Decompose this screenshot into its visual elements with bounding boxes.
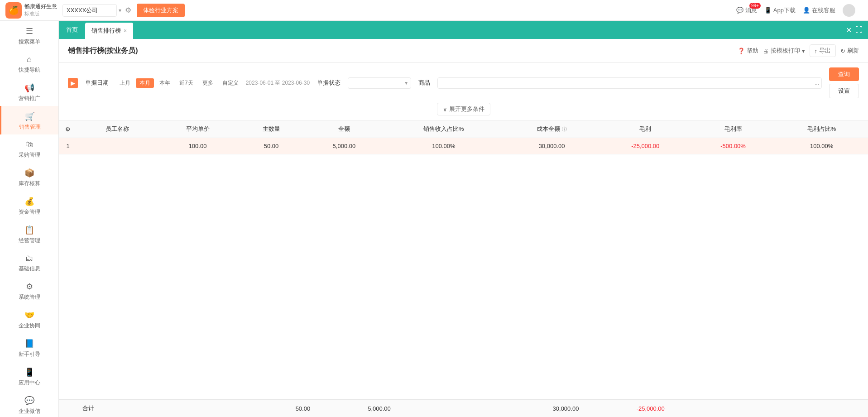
window-maximize-button[interactable]: ⛶ [855,26,863,34]
refresh-icon: ↻ [840,48,845,54]
col-settings[interactable]: ⚙ [59,120,77,138]
date-tab-this-year[interactable]: 本年 [156,78,174,88]
filter-action-buttons: 查询 设置 [829,67,859,98]
cell-amount: 5,000.00 [305,138,384,154]
funds-icon: 💰 [24,197,34,206]
sidebar-item-funds[interactable]: 💰 资金管理 [0,191,58,220]
date-tab-this-month[interactable]: 本月 [136,78,154,88]
sidebar-label-operations: 经营管理 [19,237,40,244]
date-tab-last-month[interactable]: 上月 [116,78,134,88]
app-name: 畅康通好生意 [24,3,57,10]
app-icon: 📱 [764,7,772,14]
tab-home[interactable]: 首页 [59,21,85,39]
cell-cost: 30,000.00 [504,138,600,154]
date-range-display: 2023-06-01 至 2023-06-30 [246,79,310,87]
goods-input-wrapper: ... [437,77,822,89]
sidebar-item-search[interactable]: ☰ 搜索菜单 [0,21,58,49]
sidebar-item-apps[interactable]: 📱 应用中心 [0,362,58,390]
date-tab-more[interactable]: 更多 [199,78,217,88]
search-menu-icon: ☰ [26,26,33,36]
company-name: XXXXX公司 [62,4,117,17]
date-label: 单据日期 [85,79,109,87]
sales-icon: 🛒 [25,111,35,121]
top-bar: 🍊 畅康通好生意 标准版 XXXXX公司 ▾ ⚙ 体验行业方案 💬 消息 99+… [0,0,868,21]
app-subtitle: 标准版 [24,10,57,17]
message-icon: 💬 [736,7,743,14]
tab-label-sales-ranking: 销售排行榜 [91,27,121,35]
sidebar-label-marketing: 营销推广 [19,95,40,102]
settings-icon[interactable]: ⚙ [125,6,131,14]
export-icon: ↑ [815,48,818,54]
service-icon: 👤 [803,7,810,14]
sidebar-label-wechat: 企业微信 [19,407,40,415]
refresh-button[interactable]: ↻ 刷新 [840,47,859,55]
online-service-button[interactable]: 👤 在线客服 [803,6,835,14]
sidebar-item-guide[interactable]: 📘 新手引导 [0,333,58,362]
cell-name [77,138,158,154]
status-select[interactable] [348,77,411,89]
filter-settings-button[interactable]: 设置 [829,84,859,98]
expand-button[interactable]: ∨ 展开更多条件 [437,103,490,115]
col-amount: 全额 [305,120,384,138]
sidebar-item-inventory[interactable]: 📦 库存核算 [0,163,58,191]
status-select-wrapper [348,77,411,89]
table-header-row: ⚙ 员工名称 平均单价 主数量 全额 销售收入占比% 成本全额 ⓘ 毛利 毛利率 [59,120,868,138]
sidebar-label-inventory: 库存核算 [19,180,40,187]
sidebar-label-funds: 资金管理 [19,208,40,216]
goods-more-icon[interactable]: ... [815,80,819,86]
avatar[interactable] [843,4,855,17]
expand-label: 展开更多条件 [449,105,484,113]
app-label: App下载 [773,6,796,14]
company-selector[interactable]: XXXXX公司 ▾ [62,4,121,17]
col-gross: 毛利 [600,120,691,138]
date-tabs: 上月 本月 本年 近7天 更多 自定义 2023-06-01 至 2023-06… [116,78,310,88]
industry-button[interactable]: 体验行业方案 [137,4,185,17]
export-label: 导出 [819,47,831,55]
sidebar-item-marketing[interactable]: 📢 营销推广 [0,77,58,106]
print-button[interactable]: 🖨 按模板打印 ▾ [763,47,805,55]
sidebar-label-shortcut: 快捷导航 [19,66,40,74]
cell-sales-pct: 100.00% [384,138,504,154]
filter-toggle-button[interactable]: ▶ [68,78,78,88]
purchase-icon: 🛍 [25,140,34,149]
sidebar-label-system: 系统管理 [19,293,40,301]
date-tab-7days[interactable]: 近7天 [176,78,197,88]
cell-gross-pct: 100.00% [775,138,868,154]
footer-empty-settings [64,404,82,412]
date-tab-custom[interactable]: 自定义 [219,78,242,88]
page-content: 销售排行榜(按业务员) ❓ 帮助 🖨 按模板打印 ▾ ↑ [59,39,868,417]
window-close-button[interactable]: ✕ [846,26,852,34]
expand-row: ∨ 展开更多条件 [68,100,859,115]
goods-label: 商品 [418,79,430,87]
home-icon: ⌂ [27,55,32,64]
help-icon: ❓ [738,48,745,54]
sidebar-item-wechat[interactable]: 💬 企业微信 [0,390,58,417]
sidebar-item-sales[interactable]: 🛒 销售管理 [0,106,58,134]
sidebar-item-shortcut[interactable]: ⌂ 快捷导航 [0,49,58,77]
tab-close-icon[interactable]: × [124,28,127,34]
sidebar-label-guide: 新手引导 [19,350,40,358]
enterprise-icon: 🤝 [24,310,34,320]
col-sales-pct: 销售收入占比% [384,120,504,138]
message-button[interactable]: 💬 消息 99+ [736,6,757,14]
sidebar: ☰ 搜索菜单 ⌂ 快捷导航 📢 营销推广 🛒 销售管理 🛍 采购管理 📦 库 [0,21,59,417]
footer-table: 合计 50.00 5,000.00 30,000.00 -25,000.00 [64,404,863,412]
apps-icon: 📱 [24,367,34,377]
sidebar-item-system[interactable]: ⚙ 系统管理 [0,276,58,305]
sidebar-item-purchase[interactable]: 🛍 采购管理 [0,134,58,163]
tab-sales-ranking[interactable]: 销售排行榜 × [85,23,133,39]
guide-icon: 📘 [24,339,34,349]
col-avg-price: 平均单价 [158,120,238,138]
help-button[interactable]: ❓ 帮助 [738,47,758,55]
goods-input[interactable] [437,77,822,89]
export-button[interactable]: ↑ 导出 [810,44,836,57]
footer-sales-pct [422,404,523,412]
sidebar-item-operations[interactable]: 📋 经营管理 [0,220,58,248]
tab-bar: 首页 销售排行榜 × ✕ ⛶ [59,21,868,39]
query-button[interactable]: 查询 [829,67,859,81]
sidebar-item-enterprise[interactable]: 🤝 企业协同 [0,305,58,333]
print-icon: 🖨 [763,48,769,54]
col-gross-rate: 毛利率 [691,120,775,138]
sidebar-item-basics[interactable]: 🗂 基础信息 [0,248,58,276]
app-download-button[interactable]: 📱 App下载 [764,6,796,14]
